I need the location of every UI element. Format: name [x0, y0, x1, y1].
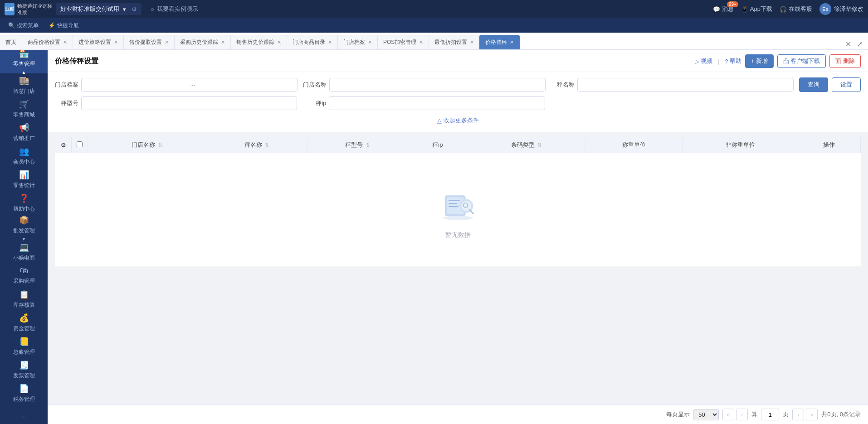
tab-price-scale[interactable]: 价格传秤 ✕: [479, 35, 520, 49]
app-name: 畅捷通好业财标准版: [17, 3, 52, 16]
scale-name-input[interactable]: [577, 78, 794, 92]
table-head: ⚙ 门店名称 ⇅ 秤名称 ⇅: [55, 137, 861, 153]
collapse-button[interactable]: △ 收起更多条件: [55, 115, 861, 126]
scale-model-input[interactable]: [81, 96, 297, 110]
scale-model-sort-icon[interactable]: ⇅: [366, 142, 370, 148]
per-page-select[interactable]: 10 20 50 100: [693, 409, 719, 420]
video-link[interactable]: ▷ 视频: [695, 57, 712, 65]
online-service-action[interactable]: 🎧 在线客服: [780, 5, 812, 13]
member-icon: 👥: [19, 146, 29, 156]
next-page-btn[interactable]: ›: [792, 409, 804, 420]
tab-min-discount[interactable]: 最低折扣设置 ✕: [429, 35, 480, 49]
sidebar-item-ecommerce[interactable]: 💻 小畅电商: [0, 240, 48, 264]
demo-link[interactable]: ○ 我要看实例演示: [151, 5, 198, 13]
tab-commodity-price-close[interactable]: ✕: [63, 39, 67, 45]
message-action[interactable]: 💬 消息 99+: [713, 5, 734, 13]
col-weight-unit-label: 称重单位: [622, 141, 646, 148]
sidebar-item-more[interactable]: ···: [0, 405, 48, 424]
store-name-sort-icon[interactable]: ⇅: [158, 142, 162, 148]
add-button[interactable]: + 新增: [745, 54, 774, 68]
sidebar-item-finance[interactable]: 💰 资金管理: [0, 311, 48, 334]
tab-purchase-strategy[interactable]: 进价策略设置 ✕: [73, 35, 124, 49]
tab-sales-history-close[interactable]: ✕: [277, 39, 281, 45]
col-scale-name: 秤名称 ⇅: [206, 137, 307, 153]
sidebar-item-invoice[interactable]: 🧾 发票管理: [0, 358, 48, 381]
delete-button[interactable]: 面 删除: [829, 54, 861, 68]
sidebar-item-inventory[interactable]: 📋 库存核算: [0, 287, 48, 311]
tab-store-file[interactable]: 门店档案 ✕: [337, 35, 378, 49]
barcode-type-sort-icon[interactable]: ⇅: [537, 142, 541, 148]
sidebar-item-wholesale[interactable]: 📦 批发管理 ▼: [0, 217, 48, 240]
scale-ip-input[interactable]: [329, 96, 545, 110]
per-page-label: 每页显示: [666, 410, 690, 419]
quick-nav-btn[interactable]: ⚡ 快捷导航: [45, 21, 83, 30]
page-header: 价格传秤设置 ▷ 视频 | ? 帮助 + 新增 凸 客户端下载 面 删除: [48, 50, 868, 72]
last-page-btn[interactable]: »: [806, 409, 818, 420]
empty-illustration: [435, 180, 481, 226]
tab-store-catalog-close[interactable]: ✕: [328, 39, 332, 45]
tab-purchase-strategy-close[interactable]: ✕: [114, 39, 118, 45]
page-number-input[interactable]: [761, 409, 779, 420]
sidebar-item-invoice-label: 发票管理: [13, 372, 35, 380]
sidebar-item-ledger[interactable]: 📒 总账管理: [0, 334, 48, 358]
filter-store-file: 门店档案 ···: [55, 78, 297, 92]
user-menu[interactable]: Ea 徐泽华修改: [819, 3, 863, 15]
prev-page-btn[interactable]: ‹: [736, 409, 748, 420]
tab-sale-price-close[interactable]: ✕: [165, 39, 169, 45]
store-file-input[interactable]: ···: [81, 78, 297, 92]
settings-button[interactable]: 设置: [832, 77, 861, 92]
scale-name-sort-icon[interactable]: ⇅: [265, 142, 269, 148]
sidebar-item-marketing[interactable]: 📢 营销推广: [0, 120, 48, 144]
tab-min-discount-close[interactable]: ✕: [470, 39, 474, 45]
tab-price-scale-close[interactable]: ✕: [510, 39, 514, 45]
top-actions: 💬 消息 99+ 📱 App下载 🎧 在线客服 Ea 徐泽华修改: [713, 3, 863, 15]
sidebar-item-purchase[interactable]: 🛍 采购管理: [0, 264, 48, 287]
sidebar-item-retail-mall-label: 零售商城: [13, 111, 35, 119]
page-title: 价格传秤设置: [55, 57, 98, 66]
tab-sale-price[interactable]: 售价提取设置 ✕: [123, 35, 175, 49]
download-button[interactable]: 凸 客户端下载: [777, 54, 826, 68]
tab-purchase-history[interactable]: 采购历史价跟踪 ✕: [174, 35, 231, 49]
tab-maximize-btn[interactable]: ⤢: [855, 39, 864, 49]
sidebar-item-finance-label: 资金管理: [13, 325, 35, 332]
filter-row-2: 秤型号 秤ip: [55, 96, 861, 110]
col-non-weight-unit-label: 非称重单位: [726, 141, 755, 148]
tab-purchase-history-close[interactable]: ✕: [221, 39, 225, 45]
query-button[interactable]: 查询: [799, 77, 828, 92]
sidebar-item-tax[interactable]: 📄 税务管理: [0, 381, 48, 405]
sidebar-item-retail-mall[interactable]: 🛒 零售商城: [0, 97, 48, 120]
sidebar-item-retail-mgmt[interactable]: 🏪 零售管理 ▲: [0, 50, 48, 73]
store-name-input[interactable]: [329, 78, 546, 92]
tab-commodity-price[interactable]: 商品价格设置 ✕: [22, 35, 73, 49]
sidebar-item-retail-stats[interactable]: 📊 零售统计: [0, 168, 48, 191]
sidebar-item-help[interactable]: ❓ 帮助中心: [0, 191, 48, 215]
sidebar-item-smart-store[interactable]: 🏬 智慧门店: [0, 73, 48, 97]
version-selector[interactable]: 好业财标准版交付试用 ▾ ⚙: [56, 3, 141, 15]
message-icon: 💬: [713, 6, 720, 13]
tab-close-all-btn[interactable]: ✕: [844, 39, 853, 49]
tab-store-file-close[interactable]: ✕: [368, 39, 372, 45]
select-all-checkbox[interactable]: [77, 141, 83, 147]
tab-sales-history[interactable]: 销售历史价跟踪 ✕: [230, 35, 287, 49]
app-download-action[interactable]: 📱 App下载: [741, 5, 772, 13]
help-link[interactable]: ? 帮助: [725, 57, 741, 65]
data-table: ⚙ 门店名称 ⇅ 秤名称 ⇅: [55, 137, 861, 266]
tab-home[interactable]: 首页: [0, 35, 22, 49]
tab-pos-encrypt[interactable]: POS加密管理 ✕: [377, 35, 429, 49]
settings-icon[interactable]: ⚙: [132, 6, 137, 13]
finance-icon: 💰: [19, 313, 29, 323]
store-file-dots[interactable]: ···: [190, 82, 294, 88]
col-settings[interactable]: ⚙: [55, 137, 72, 153]
search-menu-btn[interactable]: 🔍 搜索菜单: [5, 21, 42, 30]
sidebar-item-member[interactable]: 👥 会员中心: [0, 144, 48, 168]
table-body: 暂无数据: [55, 153, 861, 267]
online-service-label: 在线客服: [789, 5, 812, 13]
tab-bar: 首页 商品价格设置 ✕ 进价策略设置 ✕ 售价提取设置 ✕ 采购历史价跟踪 ✕ …: [0, 33, 868, 50]
tab-store-catalog[interactable]: 门店商品目录 ✕: [287, 35, 338, 49]
total-info: 共0页, 0条记录: [821, 410, 861, 419]
col-checkbox[interactable]: [72, 137, 88, 153]
filter-scale-model: 秤型号: [55, 96, 297, 110]
tab-pos-encrypt-close[interactable]: ✕: [419, 39, 423, 45]
table-settings-icon[interactable]: ⚙: [61, 142, 66, 149]
first-page-btn[interactable]: «: [722, 409, 734, 420]
